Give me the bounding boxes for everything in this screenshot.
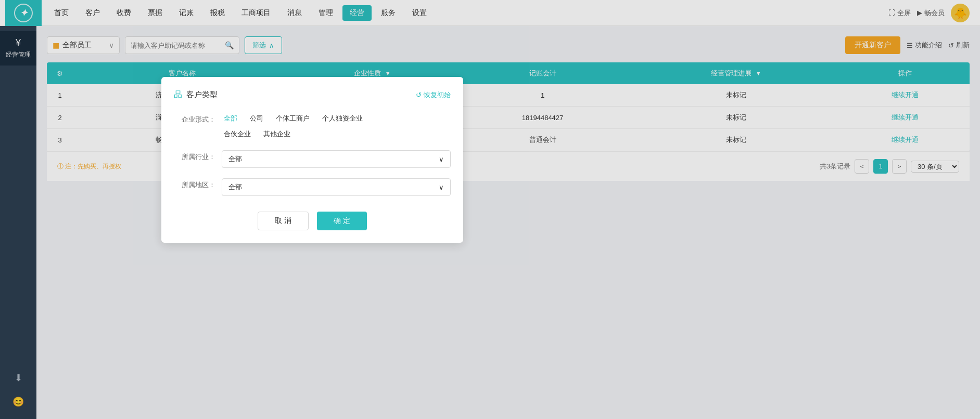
reset-btn[interactable]: ↺ 恢复初始 bbox=[416, 90, 451, 100]
customer-type-modal: 品 客户类型 ↺ 恢复初始 企业形式： 全部公司个体工商户个人独资企业合伙企业其… bbox=[161, 77, 463, 243]
reset-icon: ↺ bbox=[416, 91, 422, 99]
modal-title-icon: 品 bbox=[174, 89, 182, 100]
modal-title: 品 客户类型 bbox=[174, 89, 218, 100]
enterprise-option-全部[interactable]: 全部 bbox=[222, 113, 239, 124]
modal-header: 品 客户类型 ↺ 恢复初始 bbox=[174, 89, 451, 100]
enterprise-label: 企业形式： bbox=[174, 113, 215, 124]
industry-form-row: 所属行业： 全部 ∨ bbox=[174, 150, 451, 168]
enterprise-option-其他企业[interactable]: 其他企业 bbox=[261, 128, 292, 140]
enterprise-option-合伙企业[interactable]: 合伙企业 bbox=[222, 128, 253, 140]
region-select[interactable]: 全部 ∨ bbox=[222, 178, 451, 196]
modal-overlay: 品 客户类型 ↺ 恢复初始 企业形式： 全部公司个体工商户个人独资企业合伙企业其… bbox=[0, 0, 980, 419]
region-label: 所属地区： bbox=[174, 178, 215, 190]
region-form-row: 所属地区： 全部 ∨ bbox=[174, 178, 451, 196]
region-select-arrow: ∨ bbox=[439, 184, 444, 191]
enterprise-options: 全部公司个体工商户个人独资企业合伙企业其他企业 bbox=[222, 113, 451, 140]
enterprise-form-row: 企业形式： 全部公司个体工商户个人独资企业合伙企业其他企业 bbox=[174, 113, 451, 140]
confirm-button[interactable]: 确 定 bbox=[317, 212, 367, 230]
enterprise-option-个人独资企业[interactable]: 个人独资企业 bbox=[320, 113, 365, 124]
modal-footer: 取 消 确 定 bbox=[174, 212, 451, 230]
industry-label: 所属行业： bbox=[174, 150, 215, 162]
industry-select[interactable]: 全部 ∨ bbox=[222, 150, 451, 168]
enterprise-option-个体工商户[interactable]: 个体工商户 bbox=[274, 113, 312, 124]
region-select-wrap: 全部 ∨ bbox=[222, 178, 451, 196]
industry-select-arrow: ∨ bbox=[439, 155, 444, 163]
enterprise-option-公司[interactable]: 公司 bbox=[248, 113, 265, 124]
industry-select-wrap: 全部 ∨ bbox=[222, 150, 451, 168]
cancel-button[interactable]: 取 消 bbox=[258, 212, 309, 230]
